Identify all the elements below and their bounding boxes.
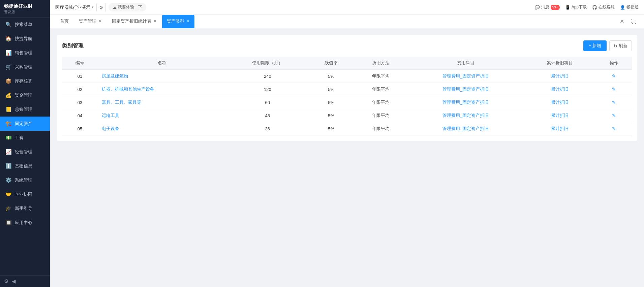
sidebar: 畅捷通好业财 普及版 🔍 搜索菜单 🏠 快捷导航 📊 销售管理 🛒 采购管理 📦…	[0, 0, 50, 287]
tab-label-fixed-asset-depreciation: 固定资产折旧统计表	[112, 18, 151, 24]
sidebar-item-guide[interactable]: 🎓 新手引导	[0, 201, 50, 216]
sidebar-item-capital[interactable]: 💰 资金管理	[0, 88, 50, 102]
table-row: 04 运输工具 48 5% 年限平均 管理费用_固定资产折旧 累计折旧 ✎	[62, 109, 632, 122]
cell-period: 60	[226, 96, 309, 109]
nav-icon-salary: 💵	[5, 135, 11, 141]
sidebar-item-quick-nav[interactable]: 🏠 快捷导航	[0, 32, 50, 46]
cell-name[interactable]: 机器、机械和其他生产设备	[98, 83, 226, 96]
nav-icon-search: 🔍	[5, 22, 11, 28]
message-label: 消息	[541, 4, 549, 10]
sidebar-item-label-quick-nav: 快捷导航	[15, 36, 32, 42]
edit-icon[interactable]: ✎	[612, 113, 616, 118]
maximize-window-button[interactable]: ⛶	[629, 17, 639, 26]
cell-method: 年限平均	[354, 70, 408, 83]
close-window-button[interactable]: ✕	[617, 17, 626, 26]
panel-title: 类别管理	[62, 42, 84, 50]
refresh-button[interactable]: ↻ 刷新	[609, 40, 632, 51]
nav-icon-cooperation: 🤝	[5, 191, 11, 197]
tabs-bar: 首页资产管理✕固定资产折旧统计表✕资产类型✕ ✕ ⛶	[50, 15, 644, 28]
edit-icon[interactable]: ✎	[612, 87, 616, 92]
sidebar-item-basic-info[interactable]: ℹ️ 基础信息	[0, 159, 50, 173]
sidebar-item-cooperation[interactable]: 🤝 企业协同	[0, 187, 50, 201]
cell-expense: 管理费用_固定资产折旧	[408, 70, 523, 83]
refresh-icon: ↻	[614, 43, 617, 49]
sidebar-item-ledger[interactable]: 📒 总账管理	[0, 102, 50, 117]
category-management-panel: 类别管理 + 新增 ↻ 刷新 编号名称使用期限（月）残值率折旧方法费用科目累计折…	[57, 35, 637, 141]
table-header: 编号名称使用期限（月）残值率折旧方法费用科目累计折旧科目操作	[62, 57, 632, 70]
cell-period: 48	[226, 109, 309, 122]
cell-action[interactable]: ✎	[596, 109, 632, 122]
cell-name[interactable]: 房屋及建筑物	[98, 70, 226, 83]
tab-asset-mgmt[interactable]: 资产管理✕	[74, 15, 106, 28]
cell-method: 年限平均	[354, 83, 408, 96]
cell-residual: 5%	[309, 109, 354, 122]
new-button[interactable]: + 新增	[583, 40, 607, 51]
cell-period: 36	[226, 122, 309, 135]
sidebar-item-system[interactable]: ⚙️ 系统管理	[0, 173, 50, 187]
collapse-icon[interactable]: ◀	[12, 278, 16, 284]
sidebar-item-search[interactable]: 🔍 搜索菜单	[0, 18, 50, 32]
message-button[interactable]: 💬 消息 99+	[535, 4, 560, 10]
cell-action[interactable]: ✎	[596, 96, 632, 109]
tab-asset-type[interactable]: 资产类型✕	[162, 15, 194, 28]
download-icon: 📱	[565, 5, 570, 10]
sidebar-item-salary[interactable]: 💵 工资	[0, 131, 50, 145]
experience-button[interactable]: ☁ 我要体验一下	[109, 3, 146, 11]
nav-icon-purchase: 🛒	[5, 64, 11, 70]
sidebar-item-app-center[interactable]: 🔲 应用中心	[0, 216, 50, 230]
app-title: 畅捷通好业财	[4, 3, 46, 9]
sidebar-item-label-operations: 经营管理	[15, 149, 32, 155]
cell-name[interactable]: 器具、工具、家具等	[98, 96, 226, 109]
edit-icon[interactable]: ✎	[612, 126, 616, 131]
cell-expense: 管理费用_固定资产折旧	[408, 109, 523, 122]
cell-name[interactable]: 运输工具	[98, 109, 226, 122]
cell-expense: 管理费用_固定资产折旧	[408, 122, 523, 135]
content-area: 类别管理 + 新增 ↻ 刷新 编号名称使用期限（月）残值率折旧方法费用科目累计折…	[50, 28, 644, 287]
sidebar-item-inventory[interactable]: 📦 库存核算	[0, 74, 50, 88]
sidebar-item-label-cooperation: 企业协同	[15, 191, 32, 197]
module-selector[interactable]: 医疗器械行业演示 ▾	[55, 4, 94, 10]
edit-icon[interactable]: ✎	[612, 100, 616, 105]
table-body: 01 房屋及建筑物 240 5% 年限平均 管理费用_固定资产折旧 累计折旧 ✎…	[62, 70, 632, 135]
tab-close-asset-mgmt[interactable]: ✕	[98, 19, 102, 24]
sidebar-item-fixed-asset[interactable]: 🏗️ 固定资产	[0, 117, 50, 131]
cell-method: 年限平均	[354, 109, 408, 122]
sidebar-item-label-sales: 销售管理	[15, 50, 32, 56]
app-download-label: App下载	[572, 4, 587, 10]
table-row: 02 机器、机械和其他生产设备 120 5% 年限平均 管理费用_固定资产折旧 …	[62, 83, 632, 96]
online-service-button[interactable]: 🎧 在线客服	[592, 4, 615, 10]
app-subtitle: 普及版	[4, 9, 46, 14]
tab-label-home: 首页	[60, 18, 69, 24]
sidebar-item-sales[interactable]: 📊 销售管理	[0, 46, 50, 60]
sidebar-item-label-inventory: 库存核算	[15, 78, 32, 84]
cell-name[interactable]: 电子设备	[98, 122, 226, 135]
sidebar-bottom: ⚙ ◀	[0, 275, 50, 287]
nav-icon-ledger: 📒	[5, 106, 11, 113]
cell-residual: 5%	[309, 83, 354, 96]
cell-action[interactable]: ✎	[596, 70, 632, 83]
settings-icon[interactable]: ⚙	[4, 278, 8, 284]
cell-action[interactable]: ✎	[596, 122, 632, 135]
cell-residual: 5%	[309, 96, 354, 109]
edit-icon[interactable]: ✎	[612, 73, 616, 79]
module-settings-button[interactable]: ⚙	[96, 3, 106, 12]
sidebar-item-label-purchase: 采购管理	[15, 64, 32, 70]
table-row: 05 电子设备 36 5% 年限平均 管理费用_固定资产折旧 累计折旧 ✎	[62, 122, 632, 135]
cell-accumulated: 累计折旧	[523, 96, 596, 109]
cell-residual: 5%	[309, 70, 354, 83]
tab-fixed-asset-depreciation[interactable]: 固定资产折旧统计表✕	[107, 15, 161, 28]
nav-icon-system: ⚙️	[5, 177, 11, 183]
app-download-button[interactable]: 📱 App下载	[565, 4, 587, 10]
tab-close-fixed-asset-depreciation[interactable]: ✕	[153, 19, 157, 24]
sidebar-item-purchase[interactable]: 🛒 采购管理	[0, 60, 50, 74]
sidebar-item-operations[interactable]: 📈 经营管理	[0, 145, 50, 159]
cell-action[interactable]: ✎	[596, 83, 632, 96]
panel-actions: + 新增 ↻ 刷新	[583, 40, 632, 51]
table-column-header: 折旧方法	[354, 57, 408, 70]
tab-close-asset-type[interactable]: ✕	[186, 19, 190, 24]
cell-period: 240	[226, 70, 309, 83]
tab-home[interactable]: 首页	[55, 15, 73, 28]
user-button[interactable]: 👤 畅捷通	[620, 4, 639, 10]
sidebar-logo: 畅捷通好业财 普及版	[0, 0, 50, 18]
online-service-label: 在线客服	[599, 4, 615, 10]
